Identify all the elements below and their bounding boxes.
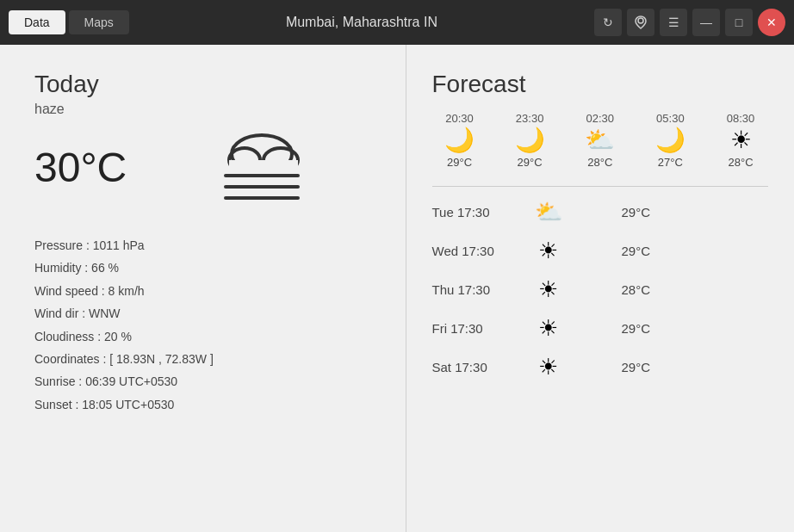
daily-icon: ☀ xyxy=(527,354,570,380)
hourly-item: 23:30 🌙 29°C xyxy=(502,112,557,169)
daily-icon: ☀ xyxy=(527,276,570,303)
hourly-item: 08:30 ☀ 28°C xyxy=(713,112,768,169)
sunset-row: Sunset : 18:05 UTC+0530 xyxy=(34,395,371,414)
daily-day: Sat 17:30 xyxy=(432,360,527,374)
hourly-time: 02:30 xyxy=(586,112,614,125)
daily-temp: 29°C xyxy=(622,244,651,258)
refresh-button[interactable]: ↻ xyxy=(594,9,622,36)
hourly-temp: 27°C xyxy=(658,156,683,169)
hourly-icon: ⛅ xyxy=(585,128,615,152)
window-title: Mumbai, Maharashtra IN xyxy=(129,15,594,30)
daily-icon: ☀ xyxy=(527,315,570,342)
today-title: Today xyxy=(34,71,371,98)
wind-speed-row: Wind speed : 8 km/h xyxy=(34,281,371,300)
hourly-temp: 28°C xyxy=(728,156,753,169)
daily-item: Sat 17:30 ☀ 29°C xyxy=(432,350,769,384)
daily-item: Fri 17:30 ☀ 29°C xyxy=(432,312,769,345)
hourly-row: 20:30 🌙 29°C 23:30 🌙 29°C 02:30 ⛅ 28°C 0… xyxy=(432,112,769,169)
main-temperature: 30°C xyxy=(34,144,127,191)
cloudiness-row: Cloudiness : 20 % xyxy=(34,327,371,346)
minimize-button[interactable]: — xyxy=(692,9,720,36)
hourly-time: 08:30 xyxy=(727,112,755,125)
hourly-item: 05:30 🌙 27°C xyxy=(642,112,698,169)
hourly-icon: 🌙 xyxy=(444,128,475,152)
daily-item: Tue 17:30 ⛅ 29°C xyxy=(432,195,769,229)
hourly-time: 05:30 xyxy=(656,112,685,125)
daily-day: Thu 17:30 xyxy=(432,282,527,297)
tab-data[interactable]: Data xyxy=(9,10,65,34)
haze-cloud-icon xyxy=(210,124,322,210)
daily-day: Tue 17:30 xyxy=(432,205,527,220)
titlebar: Data Maps Mumbai, Maharashtra IN ↻ ☰ — □… xyxy=(0,0,794,45)
daily-temp: 28°C xyxy=(622,282,651,297)
daily-item: Thu 17:30 ☀ 28°C xyxy=(432,273,769,306)
sunrise-row: Sunrise : 06:39 UTC+0530 xyxy=(34,372,371,391)
weather-icon-large xyxy=(161,124,370,210)
daily-icon: ☀ xyxy=(527,238,570,264)
menu-button[interactable]: ☰ xyxy=(660,9,687,36)
window-controls: ↻ ☰ — □ ✕ xyxy=(594,9,785,36)
tab-maps[interactable]: Maps xyxy=(69,10,129,34)
close-button[interactable]: ✕ xyxy=(758,9,785,36)
hourly-icon: 🌙 xyxy=(515,128,545,152)
hourly-time: 23:30 xyxy=(516,112,544,125)
main-content: Today haze 30°C xyxy=(0,45,794,532)
hourly-icon: ☀ xyxy=(730,128,752,152)
left-panel: Today haze 30°C xyxy=(0,45,406,532)
daily-temp: 29°C xyxy=(622,360,651,374)
details-section: Pressure : 1011 hPa Humidity : 66 % Wind… xyxy=(34,236,371,414)
daily-temp: 29°C xyxy=(622,205,651,220)
condition-text: haze xyxy=(34,102,371,117)
location-icon xyxy=(634,15,648,29)
svg-point-0 xyxy=(638,18,643,23)
hourly-temp: 28°C xyxy=(587,156,612,169)
hourly-icon: 🌙 xyxy=(655,128,685,152)
temp-icon-row: 30°C xyxy=(34,124,371,210)
location-button[interactable] xyxy=(627,9,654,36)
daily-day: Wed 17:30 xyxy=(432,244,527,258)
divider xyxy=(432,186,769,187)
hourly-time: 20:30 xyxy=(445,112,474,125)
forecast-title: Forecast xyxy=(432,71,769,98)
hourly-item: 20:30 🌙 29°C xyxy=(432,112,487,169)
daily-list: Tue 17:30 ⛅ 29°C Wed 17:30 ☀ 29°C Thu 17… xyxy=(432,195,769,384)
coordinates-row: Coordinates : [ 18.93N , 72.83W ] xyxy=(34,350,371,368)
hourly-temp: 29°C xyxy=(447,156,472,169)
daily-temp: 29°C xyxy=(622,321,651,336)
right-panel: Forecast 20:30 🌙 29°C 23:30 🌙 29°C 02:30… xyxy=(406,45,795,532)
daily-day: Fri 17:30 xyxy=(432,321,527,336)
maximize-button[interactable]: □ xyxy=(725,9,753,36)
pressure-row: Pressure : 1011 hPa xyxy=(34,236,371,255)
hourly-temp: 29°C xyxy=(518,156,543,169)
daily-item: Wed 17:30 ☀ 29°C xyxy=(432,234,769,268)
wind-dir-row: Wind dir : WNW xyxy=(34,304,371,323)
tab-group: Data Maps xyxy=(9,10,129,34)
hourly-item: 02:30 ⛅ 28°C xyxy=(573,112,628,169)
daily-icon: ⛅ xyxy=(527,199,570,226)
humidity-row: Humidity : 66 % xyxy=(34,258,371,277)
